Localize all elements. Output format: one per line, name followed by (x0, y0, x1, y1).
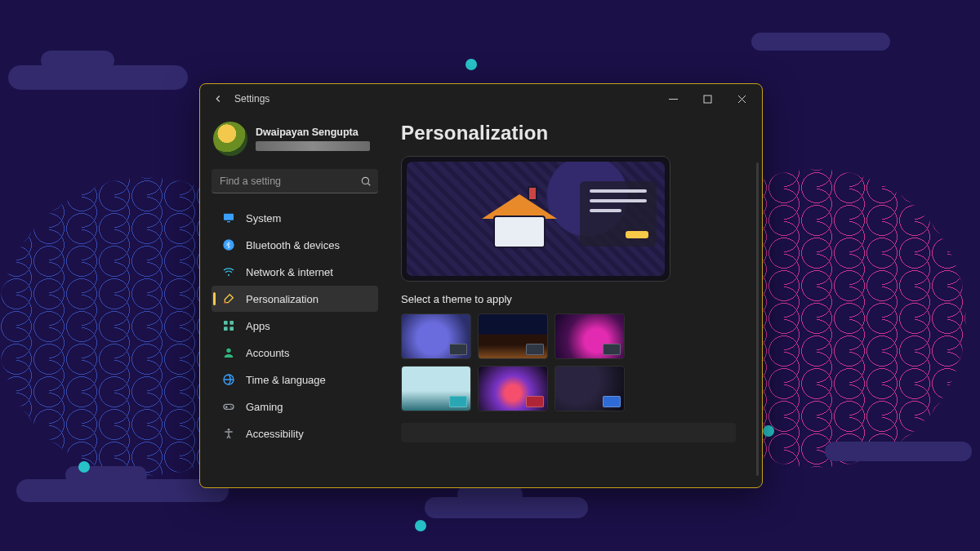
settings-window: Settings Dwaipayan Sengupta (199, 83, 763, 488)
minimize-button[interactable] (656, 87, 690, 110)
maximize-button[interactable] (690, 87, 724, 110)
theme-accent-chip (449, 344, 467, 355)
sidebar-item-label: Time & language (246, 374, 326, 386)
theme-accent-chip (449, 396, 467, 407)
theme-accent-chip (526, 396, 544, 407)
svg-rect-7 (224, 321, 228, 325)
theme-accent-chip (603, 396, 621, 407)
page-title: Personalization (401, 122, 747, 144)
sidebar-item-label: Bluetooth & devices (246, 239, 340, 251)
close-icon (737, 95, 746, 104)
svg-rect-9 (224, 327, 228, 331)
svg-rect-4 (227, 221, 230, 222)
profile-block[interactable]: Dwaipayan Sengupta (212, 117, 378, 158)
theme-accent-chip (526, 344, 544, 355)
sidebar-item-label: Accounts (246, 347, 289, 359)
svg-rect-0 (669, 99, 678, 100)
main-content: Personalization Select a theme (386, 113, 762, 487)
sidebar-item-apps[interactable]: Apps (212, 313, 378, 339)
theme-tile[interactable] (478, 366, 548, 411)
sidebar-item-label: Accessibility (246, 428, 304, 440)
settings-row-placeholder[interactable] (401, 423, 736, 442)
sidebar-item-label: Gaming (246, 401, 283, 413)
search-field[interactable] (212, 169, 378, 193)
preview-art-icon (482, 194, 557, 251)
maximize-icon (703, 95, 712, 104)
svg-rect-8 (229, 321, 234, 325)
apps-grid-icon (221, 318, 236, 333)
wallpaper-cloud (8, 65, 188, 90)
svg-point-6 (228, 274, 229, 276)
bluetooth-icon (221, 238, 236, 252)
wallpaper-cloud (16, 479, 229, 502)
svg-rect-1 (704, 96, 711, 103)
theme-tile[interactable] (401, 366, 471, 411)
sidebar-item-accessibility[interactable]: Accessibility (212, 420, 378, 447)
themes-grid (401, 313, 747, 411)
sidebar: Dwaipayan Sengupta System (200, 113, 386, 487)
wallpaper-cloud (751, 33, 890, 51)
svg-point-11 (226, 349, 230, 353)
wallpaper-dot (763, 425, 774, 437)
avatar (213, 122, 247, 156)
theme-tile[interactable] (555, 313, 625, 359)
gamepad-icon (221, 399, 236, 414)
close-button[interactable] (724, 87, 759, 110)
preview-ui-card (580, 181, 657, 247)
minimize-icon (669, 95, 678, 104)
svg-point-16 (228, 429, 230, 431)
wallpaper-cloud (825, 442, 972, 461)
back-button[interactable] (207, 87, 229, 110)
svg-point-14 (230, 406, 231, 407)
themes-section-label: Select a theme to apply (401, 293, 747, 305)
sidebar-item-label: System (246, 212, 281, 224)
wallpaper-dot (466, 59, 477, 70)
theme-tile[interactable] (401, 313, 471, 359)
svg-rect-13 (224, 404, 234, 409)
theme-tile[interactable] (555, 366, 625, 411)
sidebar-item-label: Personalization (246, 293, 318, 305)
sidebar-item-gaming[interactable]: Gaming (212, 393, 378, 420)
wallpaper-dot (415, 520, 426, 531)
arrow-left-icon (212, 93, 224, 104)
window-title: Settings (234, 93, 270, 104)
svg-point-15 (231, 407, 232, 408)
desktop-wallpaper: Settings Dwaipayan Sengupta (0, 0, 980, 551)
user-name: Dwaipayan Sengupta (256, 127, 370, 138)
sidebar-item-network[interactable]: Network & internet (212, 259, 378, 285)
nav-list: System Bluetooth & devices Network & int… (212, 205, 378, 447)
clock-globe-icon (221, 372, 236, 387)
person-icon (221, 345, 236, 360)
desktop-preview[interactable] (401, 156, 670, 282)
sidebar-item-bluetooth[interactable]: Bluetooth & devices (212, 232, 378, 258)
sidebar-item-time-language[interactable]: Time & language (212, 367, 378, 393)
svg-rect-3 (224, 214, 234, 220)
theme-tile[interactable] (478, 313, 548, 359)
accessibility-icon (221, 426, 236, 441)
monitor-icon (221, 211, 236, 225)
svg-rect-10 (229, 327, 234, 331)
wifi-icon (221, 264, 236, 279)
sidebar-item-label: Apps (246, 320, 270, 332)
theme-accent-chip (603, 344, 621, 355)
vertical-scrollbar[interactable] (756, 162, 759, 476)
wallpaper-cloud (425, 497, 588, 518)
sidebar-item-personalization[interactable]: Personalization (212, 286, 378, 312)
sidebar-item-label: Network & internet (246, 266, 333, 278)
search-input[interactable] (212, 169, 378, 193)
user-email-redacted (256, 141, 370, 151)
sidebar-item-system[interactable]: System (212, 205, 378, 231)
titlebar[interactable]: Settings (200, 84, 762, 113)
wallpaper-dot (78, 461, 90, 473)
paintbrush-icon (221, 291, 236, 306)
sidebar-item-accounts[interactable]: Accounts (212, 340, 378, 366)
